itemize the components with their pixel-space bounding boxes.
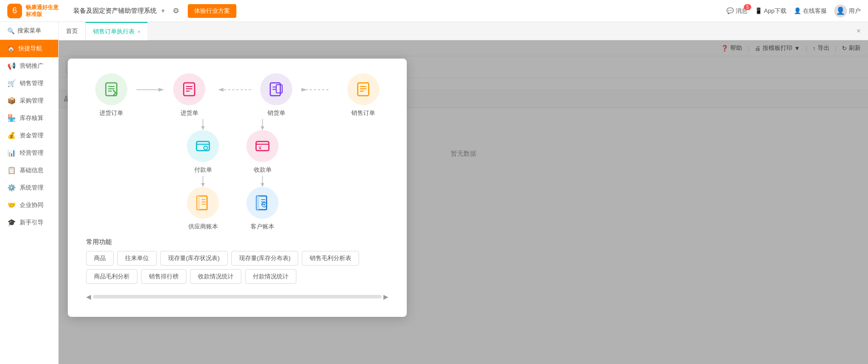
tab-home[interactable]: 首页 (59, 22, 86, 40)
func-btn-现存量(库存状况表)[interactable]: 现存量(库存状况表) (160, 251, 228, 266)
operations-icon: 📊 (7, 149, 16, 157)
svg-marker-5 (158, 88, 164, 92)
flow-node-supplier-ledger: 供应商账本 (173, 187, 233, 231)
tab-panel-close-icon[interactable]: × (857, 27, 861, 35)
scroll-bar-track[interactable] (93, 295, 382, 299)
flow-node-customer-ledger: 客户账本 (233, 187, 292, 231)
dashed-arrow-2 (214, 86, 251, 93)
sales-bill-circle[interactable] (260, 73, 292, 105)
enterprise-label: 企业协同 (20, 201, 44, 209)
flow-node-purchase-order: 进货订单 (86, 73, 136, 117)
svg-rect-13 (276, 85, 282, 93)
payment-circle[interactable] (187, 130, 219, 162)
purchase-icon: 📦 (7, 97, 16, 105)
flow-row-1: 进货订单 (86, 73, 388, 117)
flow-node-receipt: ¥ 收款单 (233, 130, 292, 174)
enterprise-icon: 🤝 (7, 201, 16, 209)
sidebar-item-inventory[interactable]: 🏪库存核算 (0, 109, 58, 127)
flow-row-3: 供应商账本 客户账本 (86, 187, 388, 231)
func-btn-销售毛利分析表[interactable]: 销售毛利分析表 (302, 251, 359, 266)
sidebar-item-marketing[interactable]: 📢营销推广 (0, 57, 58, 75)
logo-area: 6 畅康通好生意 标准版 (7, 4, 66, 18)
header-right: 💬 消息 5 📱 App下载 👤 在线客服 👤 用户 (726, 5, 861, 17)
app-download-item[interactable]: 📱 App下载 (755, 7, 786, 15)
scroll-left-btn[interactable]: ◀ (86, 293, 91, 300)
logo-text: 畅康通好生意 标准版 (26, 4, 59, 17)
flow-row-arrows-down-2 (86, 176, 388, 187)
receipt-circle[interactable]: ¥ (246, 130, 278, 162)
marketing-label: 营销推广 (20, 62, 44, 70)
modal-overlay[interactable]: 进货订单 (59, 40, 868, 364)
system-title: 装备及固定资产辅助管理系统 ▼ (73, 7, 166, 15)
receipt-label: 收款单 (254, 166, 272, 174)
sidebar-item-purchase[interactable]: 📦采购管理 (0, 92, 58, 109)
customer-ledger-label: 客户账本 (251, 223, 274, 231)
sidebar-item-finance[interactable]: 💰资金管理 (0, 127, 58, 144)
func-btn-商品[interactable]: 商品 (86, 251, 114, 266)
system-icon: ⚙️ (7, 184, 16, 192)
system-dropdown-icon[interactable]: ▼ (160, 8, 166, 14)
user-area[interactable]: 👤 用户 (834, 5, 861, 17)
flow-node-payment: 付款单 (173, 130, 233, 174)
dashed-arrow-3 (301, 86, 338, 93)
scroll-row: ◀ ▶ (86, 291, 388, 302)
svg-marker-25 (261, 126, 264, 130)
customer-ledger-circle[interactable] (246, 187, 278, 219)
basic-icon: 📋 (7, 166, 16, 174)
tab-close-icon[interactable]: × (137, 29, 140, 34)
settings-icon[interactable]: ⚙ (169, 5, 182, 17)
flow-node-purchase-bill: 进货单 (164, 73, 214, 117)
supplier-ledger-circle[interactable] (187, 187, 219, 219)
system-name: 装备及固定资产辅助管理系统 (73, 7, 157, 15)
sidebar-item-basic[interactable]: 📋基础信息 (0, 162, 58, 179)
operations-label: 经营管理 (20, 149, 44, 157)
sidebar-item-operations[interactable]: 📊经营管理 (0, 144, 58, 162)
func-btn-商品毛利分析[interactable]: 商品毛利分析 (86, 269, 137, 284)
flow-row-2: 付款单 ¥ 收款单 (86, 130, 388, 174)
tab-bar: 首页 销售订单执行表 × × (59, 22, 868, 40)
online-service-icon: 👤 (794, 7, 801, 14)
content-area: 首页 销售订单执行表 × × ❓ 帮助 | 🖨 (59, 22, 868, 364)
sidebar-item-sales[interactable]: 🛒销售管理 (0, 75, 58, 92)
purchase-order-circle[interactable] (95, 73, 127, 105)
func-btn-收款情况统计[interactable]: 收款情况统计 (190, 269, 241, 284)
finance-icon: 💰 (7, 131, 16, 140)
trial-button[interactable]: 体验行业方案 (188, 4, 236, 18)
user-avatar: 👤 (834, 5, 847, 17)
purchase-bill-circle[interactable] (173, 73, 205, 105)
scroll-right-btn[interactable]: ▶ (383, 293, 388, 300)
supplier-ledger-label: 供应商账本 (188, 223, 218, 231)
search-menu[interactable]: 🔍 搜索菜单 (0, 22, 58, 40)
func-btn-往来单位[interactable]: 往来单位 (117, 251, 157, 266)
flow-node-sales-bill: 销货单 (251, 73, 301, 117)
flow-row-arrows-down (86, 119, 388, 130)
sidebar-item-guide[interactable]: 🎓新手引导 (0, 214, 58, 231)
svg-rect-42 (257, 196, 259, 210)
func-btn-销售排行榜[interactable]: 销售排行榜 (141, 269, 186, 284)
sidebar-item-system[interactable]: ⚙️系统管理 (0, 179, 58, 196)
quick-nav-header: 🏠 快捷导航 (0, 40, 58, 57)
sidebar-item-enterprise[interactable]: 🤝企业协同 (0, 196, 58, 214)
search-icon: 🔍 (7, 27, 15, 34)
user-name: 用户 (849, 7, 861, 15)
func-btn-现存量(库存分布表)[interactable]: 现存量(库存分布表) (231, 251, 299, 266)
inventory-label: 库存核算 (20, 114, 44, 122)
message-icon: 💬 (726, 7, 734, 14)
payment-label: 付款单 (194, 166, 212, 174)
sidebar-items-container: 📢营销推广🛒销售管理📦采购管理🏪库存核算💰资金管理📊经营管理📋基础信息⚙️系统管… (0, 57, 58, 231)
message-item[interactable]: 💬 消息 5 (726, 7, 748, 15)
func-buttons-container: 商品往来单位现存量(库存状况表)现存量(库存分布表)销售毛利分析表商品毛利分析销… (86, 251, 388, 284)
online-service-item[interactable]: 👤 在线客服 (794, 7, 827, 15)
guide-label: 新手引导 (20, 218, 44, 227)
func-btn-付款情况统计[interactable]: 付款情况统计 (245, 269, 296, 284)
finance-label: 资金管理 (20, 131, 44, 140)
sales-icon: 🛒 (7, 79, 16, 87)
tab-sales-order[interactable]: 销售订单执行表 × (86, 22, 147, 40)
common-functions-title: 常用功能 (86, 238, 388, 246)
home-icon: 🏠 (7, 45, 15, 52)
sales-bill-label: 销货单 (267, 109, 285, 117)
sales-order-circle[interactable] (347, 73, 379, 105)
svg-rect-37 (197, 196, 200, 210)
marketing-icon: 📢 (7, 62, 16, 70)
purchase-label: 采购管理 (20, 97, 44, 105)
